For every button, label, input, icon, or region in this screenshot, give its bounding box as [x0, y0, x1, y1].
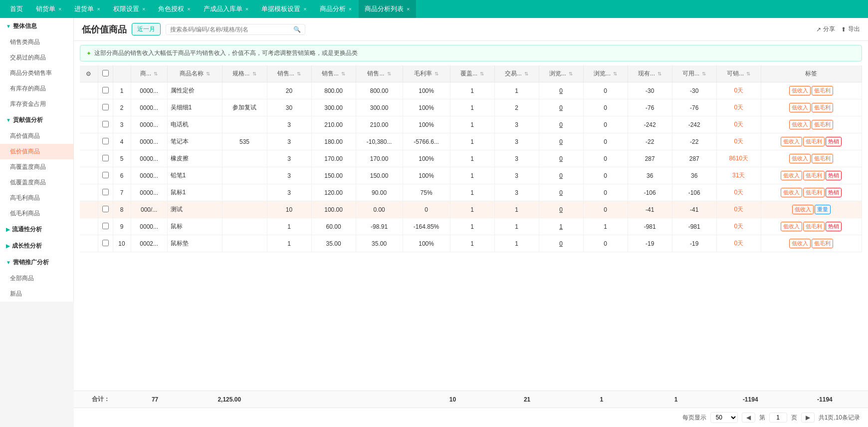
sidebar-section-整体信息[interactable]: ▼ 整体信息 [0, 18, 73, 34]
page-size-select[interactable]: 50 100 200 [710, 412, 738, 423]
cell-view1-4[interactable]: 0 [539, 150, 583, 167]
sidebar-item-商品分类销售率[interactable]: 商品分类销售率 [0, 65, 73, 81]
cell-checkbox-9[interactable] [98, 235, 113, 252]
cell-view1-8[interactable]: 1 [539, 218, 583, 235]
nav-tab-商品分析列表[interactable]: 商品分析列表× [359, 0, 416, 18]
col-view1[interactable]: 浏览... ⇅ [539, 65, 583, 82]
cell-checkbox-7[interactable] [98, 201, 113, 218]
sidebar-item-高覆盖度商品[interactable]: 高覆盖度商品 [0, 159, 73, 175]
next-page-button[interactable]: ▶ [801, 413, 815, 423]
sidebar-item-新品[interactable]: 新品 [0, 286, 73, 302]
nav-tab-权限设置[interactable]: 权限设置× [107, 0, 151, 18]
cell-view1-1[interactable]: 0 [539, 99, 583, 116]
nav-tab-close-商品分析列表[interactable]: × [407, 6, 410, 12]
col-sale-amount[interactable]: 销售... ⇅ [356, 65, 403, 82]
row-checkbox-6[interactable] [102, 189, 109, 195]
sidebar-section-营销推广分析[interactable]: ▼ 营销推广分析 [0, 254, 73, 271]
nav-tab-close-产成品入库单[interactable]: × [245, 6, 248, 12]
cell-settings-9[interactable] [80, 235, 98, 252]
nav-tab-close-销货单[interactable]: × [58, 6, 61, 12]
col-sellable[interactable]: 可销... ⇅ [716, 65, 761, 82]
cell-checkbox-0[interactable] [98, 82, 113, 99]
export-button[interactable]: ⬆ 导出 [841, 25, 860, 33]
cell-settings-2[interactable] [80, 116, 98, 133]
sidebar-item-低毛利商品[interactable]: 低毛利商品 [0, 206, 73, 221]
cell-checkbox-8[interactable] [98, 218, 113, 235]
col-margin[interactable]: 毛利率 ⇅ [403, 65, 450, 82]
cell-settings-5[interactable] [80, 167, 98, 184]
sidebar-item-高价值商品[interactable]: 高价值商品 [0, 128, 73, 144]
cell-checkbox-2[interactable] [98, 116, 113, 133]
col-spec[interactable]: 规格... ⇅ [222, 65, 267, 82]
sidebar-item-低覆盖度商品[interactable]: 低覆盖度商品 [0, 175, 73, 190]
sidebar-item-高毛利商品[interactable]: 高毛利商品 [0, 190, 73, 206]
nav-tab-首页[interactable]: 首页 [4, 0, 29, 18]
cell-view1-5[interactable]: 0 [539, 167, 583, 184]
cell-view1-9[interactable]: 0 [539, 235, 583, 252]
sidebar-item-低价值商品[interactable]: 低价值商品 [0, 144, 73, 159]
col-code[interactable]: 商... ⇅ [131, 65, 167, 82]
col-sale-qty[interactable]: 销售... ⇅ [267, 65, 311, 82]
nav-tab-单据模板设置[interactable]: 单据模板设置× [255, 0, 312, 18]
col-name[interactable]: 商品名称 ⇅ [167, 65, 222, 82]
row-checkbox-3[interactable] [102, 138, 109, 144]
nav-tab-close-商品分析[interactable]: × [349, 6, 352, 12]
row-checkbox-7[interactable] [102, 206, 109, 212]
col-coverage[interactable]: 覆盖... ⇅ [450, 65, 494, 82]
col-checkbox[interactable] [98, 65, 113, 82]
cell-settings-0[interactable] [80, 82, 98, 99]
period-button[interactable]: 近一月 [132, 23, 161, 35]
sidebar-item-库存资金占用[interactable]: 库存资金占用 [0, 96, 73, 112]
sidebar-item-有库存的商品[interactable]: 有库存的商品 [0, 81, 73, 96]
col-trade[interactable]: 交易... ⇅ [494, 65, 539, 82]
cell-settings-6[interactable] [80, 184, 98, 201]
cell-view1-6[interactable]: 0 [539, 184, 583, 201]
col-view2[interactable]: 浏览... ⇅ [583, 65, 628, 82]
prev-page-button[interactable]: ◀ [742, 413, 755, 423]
row-checkbox-1[interactable] [102, 104, 109, 110]
col-settings[interactable]: ⚙ [80, 65, 98, 82]
sidebar-section-流通性分析[interactable]: ▶ 流通性分析 [0, 221, 73, 238]
nav-tab-角色授权[interactable]: 角色授权× [152, 0, 196, 18]
cell-view1-7[interactable]: 0 [539, 201, 583, 218]
row-checkbox-8[interactable] [102, 223, 109, 229]
col-available[interactable]: 可用... ⇅ [672, 65, 716, 82]
cell-view1-0[interactable]: 0 [539, 82, 583, 99]
cell-checkbox-1[interactable] [98, 99, 113, 116]
nav-tab-销货单[interactable]: 销货单× [30, 0, 67, 18]
cell-checkbox-4[interactable] [98, 150, 113, 167]
share-button[interactable]: ↗ 分享 [816, 25, 835, 33]
sidebar-item-全部商品[interactable]: 全部商品 [0, 271, 73, 286]
nav-tab-close-进货单[interactable]: × [97, 6, 100, 12]
cell-settings-7[interactable] [80, 201, 98, 218]
select-all-checkbox[interactable] [102, 70, 109, 76]
sidebar-section-贡献值分析[interactable]: ▼ 贡献值分析 [0, 112, 73, 128]
cell-settings-1[interactable] [80, 99, 98, 116]
row-checkbox-4[interactable] [102, 155, 109, 161]
cell-view1-2[interactable]: 0 [539, 116, 583, 133]
sidebar-section-成长性分析[interactable]: ▶ 成长性分析 [0, 238, 73, 254]
cell-checkbox-3[interactable] [98, 133, 113, 150]
nav-tab-close-单据模板设置[interactable]: × [303, 6, 306, 12]
sidebar-item-交易过的商品[interactable]: 交易过的商品 [0, 50, 73, 65]
nav-tab-close-角色授权[interactable]: × [187, 6, 190, 12]
sidebar-item-销售类商品[interactable]: 销售类商品 [0, 34, 73, 50]
col-current[interactable]: 现有... ⇅ [628, 65, 672, 82]
nav-tab-进货单[interactable]: 进货单× [68, 0, 106, 18]
cell-view1-3[interactable]: 0 [539, 133, 583, 150]
cell-checkbox-5[interactable] [98, 167, 113, 184]
row-checkbox-5[interactable] [102, 172, 109, 178]
cell-settings-4[interactable] [80, 150, 98, 167]
col-sale-price[interactable]: 销售... ⇅ [311, 65, 356, 82]
nav-tab-close-权限设置[interactable]: × [142, 6, 145, 12]
nav-tab-商品分析[interactable]: 商品分析× [314, 0, 358, 18]
nav-tab-产成品入库单[interactable]: 产成品入库单× [198, 0, 254, 18]
cell-settings-8[interactable] [80, 218, 98, 235]
row-checkbox-0[interactable] [102, 87, 109, 93]
table-container[interactable]: ⚙ 商... ⇅ 商品名称 ⇅ 规格... ⇅ 销售... ⇅ 销售... ⇅ … [74, 65, 868, 391]
row-checkbox-2[interactable] [102, 121, 109, 127]
search-input[interactable] [170, 26, 290, 33]
cell-settings-3[interactable] [80, 133, 98, 150]
row-checkbox-9[interactable] [102, 240, 109, 246]
cell-checkbox-6[interactable] [98, 184, 113, 201]
